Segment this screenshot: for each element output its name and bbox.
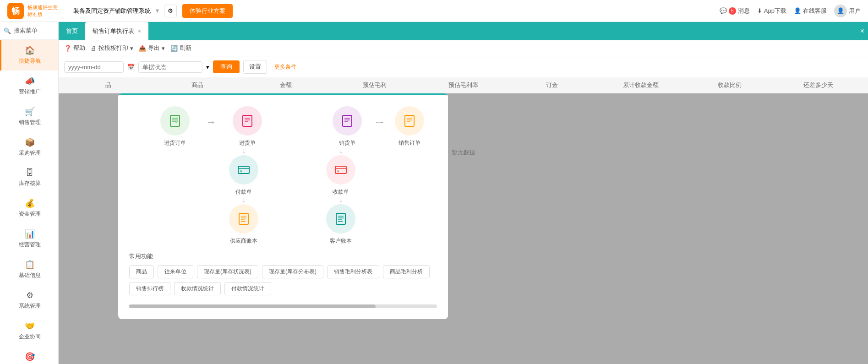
flow-purchase-bill[interactable]: 进货单 <box>220 106 275 147</box>
system-name: 装备及固定资产辅助管理系统 <box>73 7 151 15</box>
user-menu[interactable]: 👤 用户 <box>834 5 861 17</box>
func-btn-sales-ranking[interactable]: 销售排行榜 <box>129 282 170 295</box>
customer-account-label: 客户账本 <box>330 237 352 245</box>
tab-home[interactable]: 首页 <box>59 22 85 40</box>
svg-rect-22 <box>239 213 248 224</box>
sidebar-item-system-mgmt[interactable]: ⚙ 系统管理 <box>0 285 58 315</box>
tab-close-all[interactable]: × <box>860 27 864 35</box>
func-btn-sales-profit[interactable]: 销售毛利分析表 <box>327 265 379 278</box>
spacer-arrow <box>202 147 216 155</box>
tab-sales-orders[interactable]: 销售订单执行表 × <box>85 22 148 40</box>
query-button[interactable]: 查询 <box>213 60 240 73</box>
flow-supplier-account[interactable]: 供应商账本 <box>216 204 271 245</box>
sidebar-item-inventory[interactable]: 🗄 库存核算 <box>0 163 58 193</box>
online-service-button[interactable]: 👤 在线客服 <box>794 7 827 15</box>
finance-icon: 💰 <box>25 198 35 208</box>
export-button[interactable]: 📤 导出 ▾ <box>139 44 165 52</box>
tab-close-icon[interactable]: × <box>138 28 141 34</box>
help-icon: ❓ <box>64 45 71 52</box>
supplier-account-icon <box>229 204 258 234</box>
func-btn-goods-profit[interactable]: 商品毛利分析 <box>383 265 430 278</box>
scroll-thumb[interactable] <box>129 304 376 308</box>
logo-text: 畅康通好生意 标准版 <box>27 4 58 17</box>
flow-row-1: 进货订单 → <box>129 106 437 147</box>
tab-bar: 首页 销售订单执行表 × × <box>59 22 868 40</box>
operations-label: 经营管理 <box>19 241 41 249</box>
basic-info-label: 基础信息 <box>19 272 41 279</box>
top-right-area: 💬 5 消息 ⬇ App下载 👤 在线客服 👤 用户 <box>720 5 861 17</box>
col-receipt-ratio: 收款比例 <box>685 81 774 89</box>
gear-button[interactable]: ⚙ <box>164 5 177 17</box>
func-btn-stock-status[interactable]: 现存量(库存状况表) <box>197 265 258 278</box>
col-days-remaining: 还差多少天 <box>774 81 863 89</box>
export-dropdown-icon: ▾ <box>162 45 165 52</box>
status-select[interactable] <box>138 61 202 73</box>
sidebar-item-basic-info[interactable]: 📋 基础信息 <box>0 254 58 285</box>
payment-bill-label: 付款单 <box>235 188 252 196</box>
purchase-bill-icon <box>233 106 262 136</box>
purchase-order-icon <box>160 106 190 136</box>
coop-label: 企业协同 <box>19 333 41 341</box>
down-arrow-purchase-bill: ↓ <box>216 147 271 155</box>
func-btn-stock-dist[interactable]: 现存量(库存分布表) <box>262 265 323 278</box>
func-btn-payment-stats[interactable]: 付款情况统计 <box>224 282 271 295</box>
flow-receipt-bill[interactable]: ¥ 收款单 <box>313 155 368 196</box>
export-label: 导出 <box>148 44 160 52</box>
func-btn-goods[interactable]: 商品 <box>129 265 154 278</box>
customer-account-icon <box>326 204 355 234</box>
close-all-icon[interactable]: × <box>860 27 864 35</box>
sales-order-icon <box>395 106 424 136</box>
print-dropdown-icon: ▾ <box>130 45 133 52</box>
supplier-account-label: 供应商账本 <box>230 237 257 245</box>
inventory-label: 库存核算 <box>19 179 41 187</box>
sidebar-item-marketing[interactable]: 📣 营销推广 <box>0 71 58 101</box>
sidebar-item-purchase-mgmt[interactable]: 📦 采购管理 <box>0 132 58 163</box>
help-button[interactable]: ❓ 帮助 <box>64 44 85 52</box>
func-btn-contacts[interactable]: 往来单位 <box>158 265 193 278</box>
svg-text:¥: ¥ <box>240 169 242 174</box>
flow-sales-order[interactable]: 销售订单 <box>382 106 437 147</box>
coop-icon: 🤝 <box>25 321 35 331</box>
col-product: 商品 <box>153 81 242 89</box>
flow-payment-bill[interactable]: ¥ 付款单 <box>216 155 271 196</box>
flow-purchase-order[interactable]: 进货订单 <box>147 106 202 147</box>
svg-rect-12 <box>405 115 414 126</box>
sidebar-item-beginner-guide[interactable]: 🎯 新手引导 <box>0 346 58 364</box>
table-header: 品 商品 金额 预估毛利 预估毛利率 订金 累计收款金额 收款比例 还差多少天 <box>59 77 868 93</box>
system-dropdown-icon[interactable]: ▼ <box>154 7 160 14</box>
receipt-bill-icon: ¥ <box>326 155 355 185</box>
flow-customer-account[interactable]: 客户账本 <box>313 204 368 245</box>
system-icon: ⚙ <box>26 290 33 300</box>
modal-scrollbar[interactable] <box>129 301 437 308</box>
message-button[interactable]: 💬 5 消息 <box>720 7 750 15</box>
date-start-input[interactable] <box>64 61 124 73</box>
flow-sales-bill[interactable]: 销货单 <box>320 106 375 147</box>
sidebar-item-enterprise-coop[interactable]: 🤝 企业协同 <box>0 315 58 346</box>
func-btn-receipt-stats[interactable]: 收款情况统计 <box>174 282 221 295</box>
more-conditions-link[interactable]: 更多条件 <box>271 61 300 73</box>
sidebar-item-operations[interactable]: 📊 经营管理 <box>0 223 58 254</box>
marketing-label: 营销推广 <box>19 88 41 96</box>
sidebar-item-finance[interactable]: 💰 资金管理 <box>0 193 58 223</box>
common-functions-section: 常用功能 商品 往来单位 现存量(库存状况表) 现存量(库存分布表) 销售毛利分… <box>129 252 437 295</box>
sidebar-item-quick-nav[interactable]: 🏠 快捷导航 <box>0 40 58 71</box>
system-label: 系统管理 <box>19 302 41 310</box>
online-service-label: 在线客服 <box>803 7 827 15</box>
message-label: 消息 <box>738 7 750 15</box>
logo-icon: 畅 <box>7 3 24 19</box>
message-icon: 💬 <box>720 7 727 14</box>
tab-sales-orders-label: 销售订单执行表 <box>93 27 134 35</box>
flow-row-arrows2: ↓ ↓ <box>129 196 437 204</box>
try-industry-button[interactable]: 体验行业方案 <box>182 4 233 18</box>
calendar-icon: 📅 <box>127 64 135 71</box>
modal-overlay[interactable]: 进货订单 → <box>59 93 868 364</box>
sidebar-item-sales-mgmt[interactable]: 🛒 销售管理 <box>0 101 58 132</box>
refresh-button[interactable]: 🔄 刷新 <box>170 44 191 52</box>
page-content: 暂无数据 <box>59 93 868 364</box>
col-gross-profit: 预估毛利 <box>330 81 419 89</box>
set-button[interactable]: 设置 <box>243 60 267 74</box>
search-menu[interactable]: 🔍 搜索菜单 <box>0 22 58 40</box>
flow-row-2: ¥ 付款单 ¥ 收款单 <box>129 155 437 196</box>
app-download-button[interactable]: ⬇ App下载 <box>757 7 786 15</box>
print-button[interactable]: 🖨 按模板打印 ▾ <box>91 44 133 52</box>
